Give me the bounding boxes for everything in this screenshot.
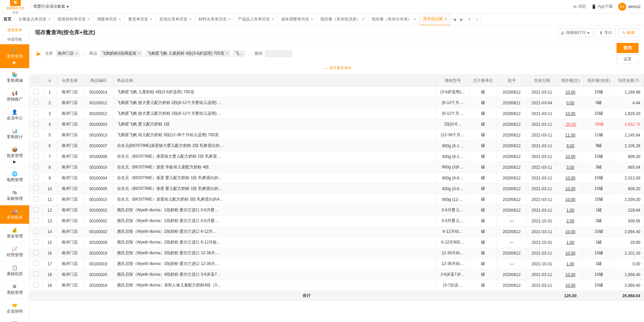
tab-diaopan-close[interactable]: ✕ [118,17,121,21]
cell-qty-main[interactable]: 10.00 [557,226,584,237]
cell-checkbox[interactable] [30,226,43,237]
row-checkbox[interactable] [34,218,39,223]
cell-qty-main[interactable]: 10.00 [557,280,584,291]
sidebar-item-new-guide[interactable]: 🆕 新手引导 [0,318,29,322]
row-checkbox[interactable] [34,282,39,287]
cell-qty-main[interactable]: 11.00 [557,130,584,141]
tab-fullscreen-btn[interactable]: ⤢ [473,13,481,25]
row-checkbox[interactable] [34,132,39,137]
row-checkbox[interactable] [34,250,39,255]
row-checkbox[interactable] [34,100,39,105]
product-tag-1-close[interactable]: ✕ [138,52,141,55]
cell-checkbox[interactable] [30,98,43,108]
cell-checkbox[interactable] [30,183,43,194]
sidebar-item-system[interactable]: ⚙ 系统管理 [0,280,29,299]
qty-main-value[interactable]: 10.00 [565,90,575,95]
sidebar-item-purchase[interactable]: 🛍 采购管理 [0,186,29,205]
cell-qty-main[interactable]: 10.00 [557,183,584,194]
cell-qty-main[interactable]: 1.00 [557,259,584,269]
row-checkbox[interactable] [34,196,39,202]
tab-kucun-pici[interactable]: 库存批次账 ✕ [420,13,451,25]
cell-qty-main[interactable]: 2.00 [557,216,584,226]
qty-main-value[interactable]: 1.00 [567,262,574,266]
qty-main-value[interactable]: 9.00 [567,144,574,148]
print-btn[interactable]: 🖨 按模板打印 ▾ [557,28,593,37]
row-checkbox[interactable] [34,110,39,116]
tab-chengben-close[interactable]: ✕ [311,17,313,21]
qty-main-value[interactable]: -39.00 [565,122,576,127]
cell-checkbox[interactable] [30,173,43,183]
qty-main-value[interactable]: 10.00 [565,251,575,256]
refresh-btn[interactable]: ↻ 刷新 [619,28,639,37]
cell-checkbox[interactable] [30,151,43,162]
cell-qty-main[interactable]: 1.00 [557,237,584,248]
tab-diaopan[interactable]: 调拨单历史 ✕ [94,13,125,25]
qty-main-value[interactable]: 10.00 [565,186,575,191]
cell-checkbox[interactable] [30,237,43,248]
cell-checkbox[interactable] [30,119,43,130]
cell-qty-main[interactable]: 9.00 [557,141,584,151]
qty-main-value[interactable]: 0.00 [567,101,574,105]
cell-checkbox[interactable] [30,141,43,151]
tab-chengben[interactable]: 成本调整单历史 ✕ [278,13,317,25]
industry-selector[interactable]: 母婴行业演示账套 ▾ [30,3,72,10]
cell-checkbox[interactable] [30,216,43,226]
cell-checkbox[interactable] [30,248,43,259]
tab-qita-chuku[interactable]: 其他出库单历史 ✕ [156,13,195,25]
cell-checkbox[interactable] [30,162,43,173]
header-checkbox[interactable] [34,77,39,83]
row-checkbox[interactable] [34,89,39,94]
qty-main-value[interactable]: 10.00 [565,176,575,180]
tab-yaohuo-close[interactable]: ✕ [150,17,152,21]
cell-checkbox[interactable] [30,259,43,269]
row-checkbox[interactable] [34,207,39,212]
qty-main-value[interactable]: 10.00 [565,272,575,277]
row-checkbox[interactable] [34,143,39,148]
warehouse-tag-close[interactable]: ✕ [75,52,78,55]
row-checkbox[interactable] [34,175,39,180]
row-checkbox[interactable] [34,164,39,169]
sidebar-item-retail-mall[interactable]: 🏪 零售商城 [0,68,29,87]
tab-fenpan-close[interactable]: ✕ [48,17,51,21]
cell-qty-main[interactable]: 10.00 [557,248,584,259]
tab-yaohuo[interactable]: 要货单历史 ✕ [125,13,156,25]
cell-checkbox[interactable] [30,205,43,216]
col-header-checkbox[interactable] [30,75,43,87]
cell-checkbox[interactable] [30,269,43,280]
qty-main-value[interactable]: 10.00 [565,154,575,159]
cell-qty-main[interactable]: 1.00 [557,205,584,216]
tab-kucun-fenbuliang[interactable]: 现存量（库存分布表） ✕ [368,13,420,25]
warehouse-more-tag[interactable]: … [83,51,87,56]
app-download-btn[interactable]: 📱 App下载 [591,4,613,9]
cell-qty-main[interactable]: 10.00 [557,151,584,162]
filter-expand-btn[interactable]: ▶ [35,50,42,57]
sidebar-item-inventory[interactable]: 🏭 库存核算 [0,205,29,224]
tab-close-all-btn[interactable]: ✕ [466,13,473,25]
row-checkbox[interactable] [34,121,39,126]
qty-main-value[interactable]: 2.00 [567,219,574,223]
tab-chanpin-close[interactable]: ✕ [271,17,274,21]
qty-main-value[interactable]: 3.00 [567,165,574,170]
cell-checkbox[interactable] [30,87,43,98]
tab-cailiao-chuku[interactable]: 材料出库单历史 ✕ [195,13,234,25]
sidebar-item-wholesale[interactable]: 📦 批发管理 ▶ [0,144,29,168]
qty-main-value[interactable]: 10.00 [565,197,575,202]
tab-zuzhuang-close[interactable]: ✕ [87,17,90,21]
cell-qty-main[interactable]: 10.00 [557,108,584,119]
sidebar-item-basic-info[interactable]: 📋 基础信息 [0,262,29,280]
product-more-tag[interactable]: … [248,51,252,56]
row-checkbox[interactable] [34,153,39,159]
qty-main-value[interactable]: 10.00 [565,229,575,234]
sidebar-item-finance[interactable]: 💰 资金管理 [0,224,29,243]
cell-qty-main[interactable]: 0.00 [557,98,584,108]
sidebar-item-ecommerce[interactable]: 🌐 电商管理 [0,168,29,186]
sidebar-item-member[interactable]: 👤 会员中心 [0,106,29,125]
sidebar-item-retail-stats[interactable]: 📊 零售统计 [0,125,29,144]
message-btn[interactable]: ✉ 消息 [573,4,586,9]
cell-checkbox[interactable] [30,280,43,291]
cell-qty-main[interactable]: 10.00 [557,194,584,205]
qty-main-value[interactable]: 1.00 [567,208,574,213]
qty-main-value[interactable]: 11.00 [565,133,575,138]
sidebar-item-retail-mgmt[interactable]: 🛒 零售管理 ▶ [0,44,29,68]
cell-qty-main[interactable]: 10.00 [557,269,584,280]
